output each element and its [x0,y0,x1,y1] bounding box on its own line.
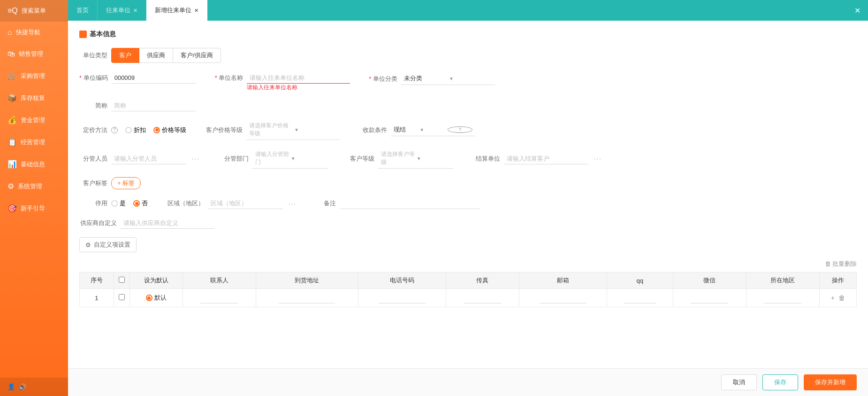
disabled-yes-radio[interactable]: 是 [111,199,126,208]
tab-contacts[interactable]: 往来单位 ✕ [98,0,146,21]
type-btn-both[interactable]: 客户/供应商 [173,48,221,63]
td-address[interactable] [256,289,358,307]
pricing-radio-discount[interactable]: 折扣 [125,126,146,134]
td-qq[interactable] [607,289,673,307]
region-more-btn[interactable]: ··· [287,200,298,207]
alias-field: 简称 [79,100,196,111]
table-header-row: 序号 设为默认 联系人 到货地址 电话号码 传真 邮箱 qq 微信 所在地区 操… [80,272,857,289]
type-btn-group: 客户 供应商 客户/供应商 [111,48,221,63]
phone-input[interactable] [379,292,426,303]
manager-field: 分管人员 ··· [79,153,202,164]
default-radio-item[interactable]: 默认 [135,294,178,302]
unit-type-field: 单位类型 客户 供应商 客户/供应商 [79,48,221,63]
sidebar-item-finance[interactable]: 💰 资金管理 [0,109,68,131]
th-address: 到货地址 [256,272,358,289]
sidebar-item-basic[interactable]: 📊 基础信息 [0,153,68,175]
payment-select[interactable]: 现结 ▼ ? [391,124,475,136]
table-toolbar: 🗑 批量删除 [79,260,857,268]
address-input[interactable] [279,292,335,303]
delete-row-button[interactable]: 🗑 [838,294,845,302]
settlement-input[interactable] [504,153,588,164]
save-add-button[interactable]: 保存并新增 [804,374,857,390]
alias-input[interactable] [111,100,196,111]
sidebar-item-purchase[interactable]: 🛒 采购管理 [0,65,68,87]
manager-input[interactable] [111,153,186,164]
td-phone[interactable] [358,289,446,307]
price-level-select[interactable]: 请选择客户价格等级 ▼ [246,120,340,140]
email-input[interactable] [540,292,586,303]
contacts-table: 序号 设为默认 联系人 到货地址 电话号码 传真 邮箱 qq 微信 所在地区 操… [79,272,857,307]
default-radio-circle [146,295,152,301]
sidebar-item-system[interactable]: ⚙ 系统管理 [0,175,68,197]
category-select[interactable]: 未分类 ▼ [401,72,495,85]
disabled-no-radio[interactable]: 否 [133,199,148,208]
disabled-field: 停用 是 否 [79,199,148,208]
sidebar-label-quicknav: 快捷导航 [16,28,40,37]
th-select-all[interactable] [114,272,129,289]
sidebar-label-guide: 新手引导 [21,204,45,213]
settlement-more-btn[interactable]: ··· [592,155,604,162]
th-email: 邮箱 [519,272,607,289]
tab-home[interactable]: 首页 [68,0,98,21]
price-level-label: 客户价格等级 [205,126,243,134]
region-input[interactable] [208,198,283,209]
department-select[interactable]: 请输入分管部门 ▼ [252,148,327,169]
sidebar-item-sales[interactable]: 🛍 销售管理 [0,43,68,65]
contact-input[interactable] [200,292,238,303]
tab-new-contact-close[interactable]: ✕ [194,8,198,14]
tags-field: 客户标签 + 标签 [79,177,141,189]
sidebar-label-operations: 经营管理 [21,138,45,147]
settlement-field: 结算单位 ··· [472,153,604,164]
category-label: 单位分类 [369,75,397,83]
batch-delete-button[interactable]: 🗑 批量删除 [825,260,857,268]
form-content: 基本信息 单位类型 客户 供应商 客户/供应商 单位编码 单位名称 [68,21,868,368]
manager-more-btn[interactable]: ··· [190,155,202,162]
payment-help-icon[interactable]: ? [448,126,472,133]
td-fax[interactable] [446,289,519,307]
qq-input[interactable] [624,292,656,303]
sidebar-item-quicknav[interactable]: ⌂ 快捷导航 [0,22,68,43]
custom-settings-button[interactable]: ⚙ 自定义项设置 [79,237,137,252]
pricing-radio-level[interactable]: 价格等级 [153,126,186,134]
window-close-button[interactable]: ✕ [847,6,868,15]
save-button[interactable]: 保存 [762,374,798,390]
custom-def-input[interactable] [121,217,214,229]
name-input[interactable] [247,72,350,84]
sidebar-item-search[interactable]: ≡Q 搜索菜单 [0,0,68,22]
sidebar-item-inventory[interactable]: 📦 库存核算 [0,87,68,109]
cancel-button[interactable]: 取消 [721,374,757,390]
sidebar-item-guide[interactable]: 🎯 新手引导 [0,197,68,219]
sidebar: ≡Q 搜索菜单 ⌂ 快捷导航 🛍 销售管理 🛒 采购管理 📦 库存核算 💰 资金… [0,0,68,396]
td-contact[interactable] [183,289,256,307]
select-all-checkbox[interactable] [119,277,125,283]
name-error-text: 请输入往来单位名称 [247,84,297,91]
customer-level-select[interactable]: 请选择客户等级 ▼ [378,148,453,169]
tag-btn-label: + 标签 [117,179,135,187]
price-level-placeholder: 请选择客户价格等级 [249,122,292,138]
sidebar-item-operations[interactable]: 📋 经营管理 [0,131,68,153]
pricing-help-icon[interactable]: ? [111,127,118,133]
sidebar-bottom: 👤 🔊 [0,378,68,396]
code-input[interactable] [112,72,196,84]
tab-contacts-close[interactable]: ✕ [133,8,137,14]
guide-icon: 🎯 [8,204,17,213]
add-row-button[interactable]: + [831,294,835,302]
fax-input[interactable] [464,292,501,303]
td-wechat[interactable] [673,289,746,307]
table-row: 1 默认 [80,289,857,307]
tab-bar: 首页 往来单位 ✕ 新增往来单位 ✕ ✕ [68,0,868,21]
td-email[interactable] [519,289,607,307]
row-checkbox[interactable] [119,294,125,300]
region-table-input[interactable] [764,292,801,303]
department-arrow-icon: ▼ [291,156,325,161]
add-tag-button[interactable]: + 标签 [111,177,141,189]
td-checkbox[interactable] [114,289,129,307]
remark-input[interactable] [340,198,480,209]
custom-def-field: 供应商自定义 [79,217,214,229]
tab-new-contact[interactable]: 新增往来单位 ✕ [146,0,207,21]
name-field: 单位名称 [215,72,350,84]
td-region[interactable] [746,289,819,307]
type-btn-customer[interactable]: 客户 [111,48,139,63]
wechat-input[interactable] [691,292,728,303]
type-btn-supplier[interactable]: 供应商 [139,48,173,63]
